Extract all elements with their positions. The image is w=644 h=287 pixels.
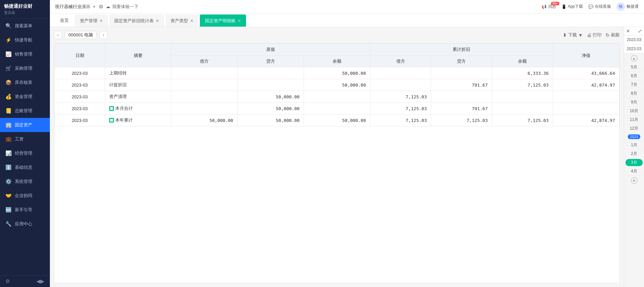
cell-ad-balance: 7,125.03 — [492, 79, 553, 91]
panel-close-icon[interactable]: ✕ — [626, 28, 630, 34]
user-menu[interactable]: 畅 畅捷通 — [616, 2, 639, 11]
asset-id-display: 000001 电脑 — [65, 31, 97, 39]
sidebar-item-固定资产[interactable]: 🏢固定资产 — [0, 118, 50, 132]
panel-ctrl: ✕ ⤢ — [624, 27, 644, 35]
sidebar-item-新手引导[interactable]: 🆕新手引导 — [0, 203, 50, 217]
sidebar-label: 企业协同 — [15, 193, 32, 199]
messages-btn[interactable]: 📢 消息 99+ — [542, 4, 556, 9]
prev-asset-btn[interactable]: ‹ — [54, 31, 62, 39]
download-btn[interactable]: ⬇ 下载 ▼ — [563, 32, 583, 38]
year-badge-item[interactable]: 2023 — [624, 133, 644, 141]
refresh-btn[interactable]: ↻ 刷新 — [606, 32, 620, 38]
summary-link[interactable]: 计提折旧 — [109, 82, 127, 87]
sidebar-item-企业协同[interactable]: 🤝企业协同 — [0, 189, 50, 203]
tab-固定资产折旧统计表[interactable]: 固定资产折旧统计表✕ — [109, 14, 164, 27]
cell-ov-credit: 50,000.00 — [237, 91, 304, 103]
sidebar-icon: 🤝 — [5, 193, 11, 199]
download-icon: 📱 — [561, 4, 566, 9]
sidebar-label: 固定资产 — [15, 122, 32, 128]
cell-ov-credit — [237, 79, 304, 91]
next-asset-btn[interactable]: › — [99, 31, 108, 39]
year-item-10月[interactable]: 10月 — [624, 107, 644, 116]
company-selector[interactable]: 医疗器械行业演示 ▼ — [55, 4, 96, 10]
sidebar-icon: 🔍 — [5, 23, 11, 29]
sidebar-item-应用中心[interactable]: 🔧应用中心 — [0, 217, 50, 231]
cell-ov-balance: 50,000.00 — [304, 79, 370, 91]
sidebar-icon: 📈 — [5, 51, 11, 57]
cell-ov-debit — [171, 67, 238, 79]
sidebar-item-搜索菜单[interactable]: 🔍搜索菜单 — [0, 19, 50, 33]
month-total-badge: 本月合计 — [109, 105, 133, 111]
tab-固定资产明细账[interactable]: 固定资产明细账✕ — [200, 14, 246, 27]
sidebar-item-工资[interactable]: 💼工资 — [0, 132, 50, 146]
collapse-icon[interactable]: ◀▶ — [36, 278, 44, 284]
year-item-5月[interactable]: 5月 — [624, 63, 644, 72]
print-btn[interactable]: 🖨 打印 — [587, 32, 602, 38]
username-label: 畅捷通 — [626, 4, 639, 9]
company-gear-icon[interactable]: ⚙ — [99, 4, 103, 10]
sidebar-item-总账管理[interactable]: 📒总账管理 — [0, 104, 50, 118]
refresh-icon: ↻ — [606, 32, 610, 38]
year-item-6月[interactable]: 6月 — [624, 72, 644, 81]
cell-date: 2023-03 — [55, 91, 105, 103]
sidebar-icon: 📦 — [5, 79, 11, 86]
sidebar-item-采购管理[interactable]: 🛒采购管理 — [0, 61, 50, 75]
month-item-3月[interactable]: 3月 — [625, 159, 643, 166]
cell-date: 2023-03 — [55, 67, 105, 79]
service-icon: 💬 — [588, 4, 593, 9]
month-item-1月[interactable]: 1月 — [624, 141, 644, 150]
sidebar-label: 应用中心 — [15, 221, 32, 227]
sidebar-item-系统管理[interactable]: ⚙️系统管理 — [0, 174, 50, 189]
cell-ad-credit — [431, 67, 492, 79]
tab-close-icon[interactable]: ✕ — [99, 19, 103, 23]
panel-scroll[interactable]: ▲ 5月6月7月8月9月10月11月12月 2023 1月2月3月4月 ▼ — [624, 54, 644, 287]
month-item-4月[interactable]: 4月 — [624, 167, 644, 176]
panel-years: 5月6月7月8月9月10月11月12月 — [624, 63, 644, 133]
main-table-container: 日期 摘要 原值 累计折旧 净值 借方 贷方 余额 借方 贷方 余额 — [54, 43, 620, 283]
settings-icon[interactable]: ⚙ — [5, 278, 10, 284]
cell-net-value: 42,874.97 — [553, 79, 619, 91]
cell-net-value: 42,874.97 — [553, 115, 619, 126]
panel-expand-icon[interactable]: ⤢ — [638, 28, 642, 34]
year-item-12月[interactable]: 12月 — [624, 124, 644, 133]
panel-months: 1月2月3月4月 — [624, 141, 644, 176]
year-item-11月[interactable]: 11月 — [624, 116, 644, 124]
tab-label: 资产管理 — [80, 18, 97, 24]
download-label: App下载 — [568, 4, 583, 9]
sidebar-label: 销售管理 — [15, 51, 32, 57]
tab-close-icon[interactable]: ✕ — [238, 19, 241, 23]
tab-资产管理[interactable]: 资产管理✕ — [75, 14, 108, 27]
sidebar-item-销售管理[interactable]: 📈销售管理 — [0, 47, 50, 61]
panel-header1: 2023.03 — [624, 35, 644, 44]
sidebar-item-资金管理[interactable]: 💰资金管理 — [0, 90, 50, 104]
year-item-7月[interactable]: 7月 — [624, 81, 644, 89]
sidebar-item-库存核算[interactable]: 📦库存核算 — [0, 75, 50, 90]
scroll-down-btn[interactable]: ▼ — [631, 177, 638, 184]
sidebar-label: 总账管理 — [15, 108, 32, 114]
tab-close-icon[interactable]: ✕ — [156, 19, 159, 23]
sidebar-item-快捷导航[interactable]: ⚡快捷导航 — [0, 33, 50, 47]
tab-资产类型[interactable]: 资产类型✕ — [165, 14, 198, 27]
cell-ov-debit — [171, 91, 238, 103]
experience-btn[interactable]: ☁ 我要体验一下 — [106, 4, 139, 10]
cell-ov-balance: 50,000.00 — [304, 115, 370, 126]
col-ad-balance: 余额 — [492, 56, 553, 67]
sidebar-label: 采购管理 — [15, 65, 32, 71]
tab-首页[interactable]: 首页 — [55, 14, 73, 27]
app-download-btn[interactable]: 📱 App下载 — [561, 4, 583, 9]
month-item-2月[interactable]: 2月 — [624, 150, 644, 158]
customer-service-btn[interactable]: 💬 在线客服 — [588, 4, 611, 9]
sidebar-item-基础信息[interactable]: ℹ️基础信息 — [0, 160, 50, 174]
scroll-up-btn[interactable]: ▲ — [631, 55, 638, 62]
year-item-9月[interactable]: 9月 — [624, 98, 644, 107]
col-ad-credit: 贷方 — [431, 56, 492, 67]
year-item-8月[interactable]: 8月 — [624, 89, 644, 98]
main-table: 日期 摘要 原值 累计折旧 净值 借方 贷方 余额 借方 贷方 余额 — [54, 43, 619, 126]
sidebar-item-经营管理[interactable]: 📊经营管理 — [0, 146, 50, 160]
col-ov-credit: 贷方 — [237, 56, 304, 67]
table-row: 2023-03 上期结转 50,000.00 6,333.36 43,666.6… — [55, 67, 619, 79]
tab-close-icon[interactable]: ✕ — [190, 19, 193, 23]
download-btn-icon: ⬇ — [563, 32, 567, 38]
topbar: 医疗器械行业演示 ▼ ⚙ ☁ 我要体验一下 📢 消息 99+ 📱 App下载 💬… — [50, 0, 644, 13]
refresh-label: 刷新 — [611, 32, 620, 38]
